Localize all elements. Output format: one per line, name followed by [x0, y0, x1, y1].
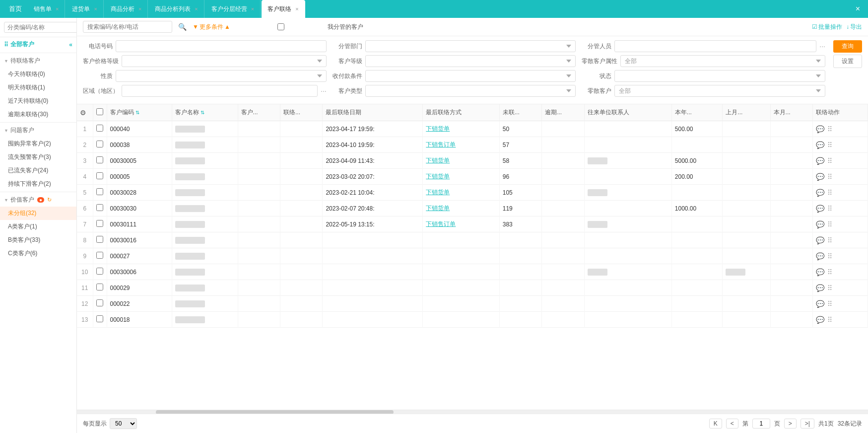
filter-retail-attr-select[interactable]: 全部: [620, 55, 825, 67]
pending-section-header[interactable]: ▼ 待联络客户: [0, 54, 76, 68]
query-button[interactable]: 查询: [833, 40, 862, 53]
last-method-link[interactable]: 下销货单: [426, 125, 450, 132]
my-customers-check[interactable]: [236, 23, 326, 30]
row-select-checkbox[interactable]: [96, 188, 103, 195]
message-icon[interactable]: 💬: [816, 300, 824, 308]
message-icon[interactable]: 💬: [816, 205, 824, 213]
problem-section-header[interactable]: ▼ 问题客户: [0, 124, 76, 137]
search-icon[interactable]: 🔍: [178, 23, 187, 31]
more-actions-icon[interactable]: ⠿: [827, 141, 832, 149]
page-number-input[interactable]: [752, 419, 770, 429]
sidebar-item-group-a[interactable]: A类客户(1): [0, 220, 76, 233]
nav-tab-product-list[interactable]: 商品分析列表 ×: [149, 0, 204, 18]
more-actions-icon[interactable]: ⠿: [827, 316, 832, 324]
code-sort-icon[interactable]: ⇅: [135, 110, 139, 115]
more-actions-icon[interactable]: ⠿: [827, 189, 832, 197]
message-icon[interactable]: 💬: [816, 316, 824, 324]
message-icon[interactable]: 💬: [816, 173, 824, 181]
filter-payment-select[interactable]: [365, 70, 576, 82]
nav-home[interactable]: 首页: [4, 0, 27, 18]
filter-price-level-select[interactable]: [122, 55, 327, 67]
nav-tab-customer-contact[interactable]: 客户联络 ×: [262, 0, 305, 18]
message-icon[interactable]: 💬: [816, 220, 824, 228]
filter-customer-type-select[interactable]: [365, 85, 576, 97]
sidebar-item-7days[interactable]: 近7天待联络(0): [0, 94, 76, 108]
more-conditions-btn[interactable]: ▼ 更多条件 ▲: [193, 23, 230, 31]
row-select-checkbox[interactable]: [96, 284, 103, 290]
sidebar-item-overdue[interactable]: 逾期未联络(30): [0, 108, 76, 121]
nav-tab-sales[interactable]: 销售单 ×: [28, 0, 65, 18]
row-select-checkbox[interactable]: [96, 268, 103, 275]
last-method-link[interactable]: 下销售订单: [426, 141, 456, 148]
row-select-checkbox[interactable]: [96, 156, 103, 163]
prev-page-btn[interactable]: <: [726, 419, 738, 429]
row-select-checkbox[interactable]: [96, 141, 103, 147]
more-actions-icon[interactable]: ⠿: [827, 300, 832, 308]
more-actions-icon[interactable]: ⠿: [827, 236, 832, 244]
sidebar-item-group-b[interactable]: B类客户(33): [0, 233, 76, 247]
filter-region-input[interactable]: [122, 85, 318, 97]
filter-customer-level-select[interactable]: [365, 55, 576, 67]
more-actions-icon[interactable]: ⠿: [827, 284, 832, 292]
select-all-checkbox[interactable]: [96, 108, 103, 115]
sidebar-item-churn-warning[interactable]: 流失预警客户(3): [0, 150, 76, 164]
search-input[interactable]: [83, 21, 172, 33]
window-close-button[interactable]: ×: [852, 4, 864, 13]
filter-manager-input[interactable]: [614, 40, 816, 52]
nav-tab-purchase[interactable]: 进货单 ×: [66, 0, 103, 18]
more-actions-icon[interactable]: ⠿: [827, 268, 832, 276]
name-sort-icon[interactable]: ⇅: [200, 110, 204, 115]
sidebar-item-ungrouped[interactable]: 未分组(32): [0, 207, 76, 220]
filter-phone-input[interactable]: [116, 40, 327, 52]
row-select-checkbox[interactable]: [96, 299, 103, 306]
sidebar-item-abnormal[interactable]: 囤购异常客户(2): [0, 137, 76, 150]
close-sales-tab[interactable]: ×: [56, 0, 59, 18]
close-customer-contact-tab[interactable]: ×: [295, 0, 298, 18]
filter-nature-select[interactable]: [116, 70, 327, 82]
nav-tab-product-analysis[interactable]: 商品分析 ×: [105, 0, 148, 18]
more-actions-icon[interactable]: ⠿: [827, 173, 832, 181]
last-method-link[interactable]: 下销货单: [426, 189, 450, 196]
message-icon[interactable]: 💬: [816, 284, 824, 292]
last-method-link[interactable]: 下销货单: [426, 173, 450, 180]
close-customer-tier-tab[interactable]: ×: [251, 0, 254, 18]
last-method-link[interactable]: 下销货单: [426, 205, 450, 212]
filter-status-select[interactable]: [614, 70, 825, 82]
more-actions-icon[interactable]: ⠿: [827, 157, 832, 165]
category-search-input[interactable]: [4, 22, 77, 33]
export-btn[interactable]: ↓ 导出: [846, 23, 862, 31]
row-select-checkbox[interactable]: [96, 252, 103, 259]
row-select-checkbox[interactable]: [96, 236, 103, 243]
more-actions-icon[interactable]: ⠿: [827, 205, 832, 213]
more-actions-icon[interactable]: ⠿: [827, 252, 832, 260]
horizontal-scrollbar[interactable]: [77, 410, 868, 414]
message-icon[interactable]: 💬: [816, 236, 824, 244]
sidebar-item-declining[interactable]: 持续下滑客户(2): [0, 177, 76, 191]
credit-section-header[interactable]: ▼ 价值客户 ● ↻: [0, 193, 76, 207]
last-method-link[interactable]: 下销货单: [426, 157, 450, 164]
collapse-sidebar-icon[interactable]: «: [69, 41, 72, 48]
page-size-select[interactable]: 20 50 100: [110, 418, 137, 429]
all-customers-item[interactable]: ⠿ 全部客户 «: [0, 37, 76, 52]
manager-more-btn[interactable]: ···: [819, 42, 825, 50]
last-page-btn[interactable]: >|: [801, 419, 814, 429]
close-product-analysis-tab[interactable]: ×: [138, 0, 141, 18]
column-settings-icon[interactable]: ⚙: [80, 109, 86, 117]
sidebar-item-group-c[interactable]: C类客户(6): [0, 247, 76, 260]
batch-op-btn[interactable]: ☑ 批量操作: [812, 23, 842, 31]
sidebar-item-today[interactable]: 今天待联络(0): [0, 68, 76, 81]
message-icon[interactable]: 💬: [816, 252, 824, 260]
row-select-checkbox[interactable]: [96, 125, 103, 132]
next-page-btn[interactable]: >: [784, 419, 797, 429]
credit-refresh-icon[interactable]: ↻: [47, 197, 52, 203]
message-icon[interactable]: 💬: [816, 141, 824, 149]
message-icon[interactable]: 💬: [816, 268, 824, 276]
close-product-list-tab[interactable]: ×: [195, 0, 198, 18]
filter-dept-select[interactable]: [365, 40, 576, 52]
sidebar-item-churned[interactable]: 已流失客户(24): [0, 164, 76, 177]
my-customers-checkbox[interactable]: 我分管的客户: [236, 23, 363, 31]
first-page-btn[interactable]: K: [709, 419, 722, 429]
message-icon[interactable]: 💬: [816, 125, 824, 133]
row-select-checkbox[interactable]: [96, 315, 103, 322]
more-actions-icon[interactable]: ⠿: [827, 125, 832, 133]
